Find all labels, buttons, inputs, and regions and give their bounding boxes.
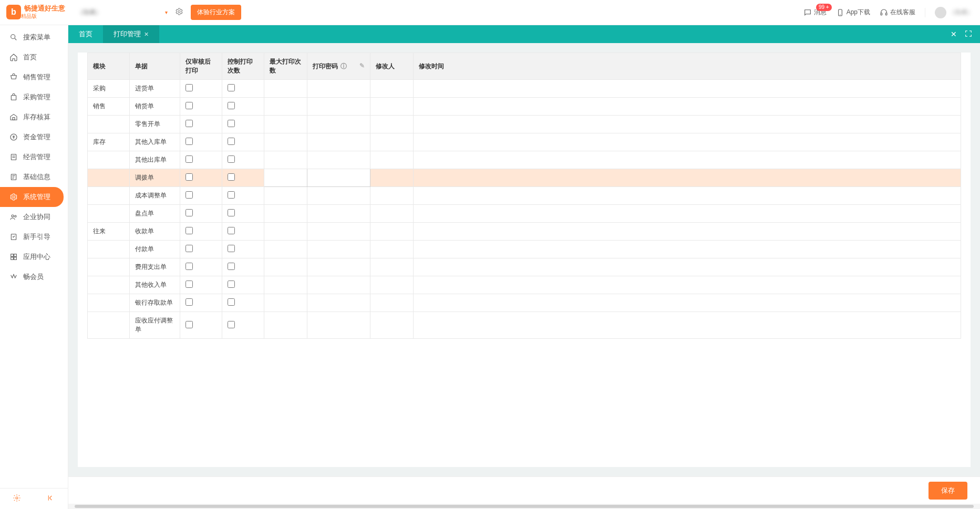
- table-row[interactable]: 付款单: [88, 241, 961, 258]
- sidebar-item-info[interactable]: 基础信息: [0, 167, 68, 187]
- cell-max[interactable]: [264, 151, 307, 169]
- limit-checkbox[interactable]: [228, 321, 235, 328]
- cell-password[interactable]: [307, 133, 370, 151]
- cell-max[interactable]: [264, 241, 307, 258]
- cell-password[interactable]: [307, 276, 370, 294]
- tab-print-management[interactable]: 打印管理 ✕: [103, 25, 159, 43]
- cell-password[interactable]: [307, 294, 370, 312]
- company-selector[interactable]: （隐藏）: [77, 8, 102, 17]
- cell-max[interactable]: [264, 205, 307, 223]
- audit-checkbox[interactable]: [185, 84, 193, 91]
- audit-checkbox[interactable]: [185, 263, 193, 270]
- experience-button[interactable]: 体验行业方案: [191, 5, 241, 20]
- limit-checkbox[interactable]: [228, 209, 235, 216]
- cell-max[interactable]: [264, 98, 307, 116]
- audit-checkbox[interactable]: [185, 298, 193, 306]
- limit-checkbox[interactable]: [228, 120, 235, 127]
- table-row[interactable]: 库存其他入库单: [88, 133, 961, 151]
- limit-checkbox[interactable]: [228, 281, 235, 288]
- fullscreen-icon[interactable]: [964, 29, 973, 39]
- sidebar-item-apps[interactable]: 应用中心: [0, 247, 68, 267]
- cell-max[interactable]: [264, 312, 307, 339]
- help-icon[interactable]: ⓘ: [341, 63, 347, 70]
- cell-password[interactable]: [307, 80, 370, 98]
- horizontal-scrollbar[interactable]: [68, 504, 980, 509]
- audit-checkbox[interactable]: [185, 102, 193, 109]
- edit-icon[interactable]: ✎: [359, 62, 365, 69]
- table-row[interactable]: 其他收入单: [88, 276, 961, 294]
- cell-password[interactable]: [307, 151, 370, 169]
- user-menu[interactable]: （隐藏）: [935, 7, 974, 18]
- messages-button[interactable]: 消息 99 +: [803, 8, 827, 17]
- sidebar-item-warehouse[interactable]: 库存核算: [0, 107, 68, 127]
- table-row[interactable]: 采购进货单: [88, 80, 961, 98]
- chevron-down-icon[interactable]: ▾: [165, 9, 168, 15]
- cell-password[interactable]: [307, 98, 370, 116]
- cell-max[interactable]: [264, 169, 307, 187]
- limit-checkbox[interactable]: [228, 102, 235, 109]
- table-row[interactable]: 盘点单: [88, 205, 961, 223]
- cell-password[interactable]: [307, 187, 370, 205]
- table-row[interactable]: 应收应付调整单: [88, 312, 961, 339]
- brand-logo[interactable]: b 畅捷通好生意 精品版: [6, 5, 68, 19]
- audit-checkbox[interactable]: [185, 155, 193, 163]
- cell-password[interactable]: [307, 116, 370, 133]
- audit-checkbox[interactable]: [185, 173, 193, 181]
- limit-checkbox[interactable]: [228, 298, 235, 306]
- collapse-sidebar-icon[interactable]: [47, 494, 55, 504]
- cell-password[interactable]: [307, 312, 370, 339]
- audit-checkbox[interactable]: [185, 245, 193, 252]
- audit-checkbox[interactable]: [185, 281, 193, 288]
- cell-password[interactable]: [307, 258, 370, 276]
- audit-checkbox[interactable]: [185, 138, 193, 145]
- table-row[interactable]: 费用支出单: [88, 258, 961, 276]
- cell-password[interactable]: [307, 223, 370, 241]
- settings-bottom-icon[interactable]: [13, 494, 21, 504]
- limit-checkbox[interactable]: [228, 155, 235, 163]
- limit-checkbox[interactable]: [228, 138, 235, 145]
- limit-checkbox[interactable]: [228, 263, 235, 270]
- save-button[interactable]: 保存: [929, 482, 967, 500]
- limit-checkbox[interactable]: [228, 191, 235, 199]
- sidebar-item-home[interactable]: 首页: [0, 47, 68, 67]
- cell-password[interactable]: [307, 205, 370, 223]
- online-service-button[interactable]: 在线客服: [880, 8, 915, 17]
- table-row[interactable]: 零售开单: [88, 116, 961, 133]
- tab-close-all-icon[interactable]: ✕: [951, 30, 957, 38]
- audit-checkbox[interactable]: [185, 321, 193, 328]
- cell-max[interactable]: [264, 294, 307, 312]
- limit-checkbox[interactable]: [228, 84, 235, 91]
- close-icon[interactable]: ✕: [144, 31, 149, 38]
- cell-max[interactable]: [264, 116, 307, 133]
- audit-checkbox[interactable]: [185, 209, 193, 216]
- sidebar-item-guide[interactable]: 新手引导: [0, 227, 68, 247]
- sidebar-item-bag[interactable]: 采购管理: [0, 87, 68, 107]
- sidebar-item-money[interactable]: 资金管理: [0, 127, 68, 147]
- sidebar-item-cart[interactable]: 销售管理: [0, 67, 68, 87]
- audit-checkbox[interactable]: [185, 191, 193, 199]
- cell-max[interactable]: [264, 187, 307, 205]
- table-row[interactable]: 成本调整单: [88, 187, 961, 205]
- cell-max[interactable]: [264, 223, 307, 241]
- cell-password[interactable]: [307, 169, 370, 187]
- cell-max[interactable]: [264, 80, 307, 98]
- limit-checkbox[interactable]: [228, 245, 235, 252]
- audit-checkbox[interactable]: [185, 120, 193, 127]
- table-row[interactable]: 银行存取款单: [88, 294, 961, 312]
- cell-max[interactable]: [264, 258, 307, 276]
- table-row[interactable]: 调拨单: [88, 169, 961, 187]
- sidebar-item-gear[interactable]: 系统管理: [0, 187, 64, 207]
- sidebar-item-report[interactable]: 经营管理: [0, 147, 68, 167]
- cell-password[interactable]: [307, 241, 370, 258]
- cell-max[interactable]: [264, 276, 307, 294]
- app-download-button[interactable]: App下载: [836, 8, 870, 17]
- table-row[interactable]: 销售销货单: [88, 98, 961, 116]
- tab-home[interactable]: 首页: [68, 25, 103, 43]
- audit-checkbox[interactable]: [185, 227, 193, 234]
- limit-checkbox[interactable]: [228, 173, 235, 181]
- sidebar-item-search[interactable]: 搜索菜单: [0, 27, 68, 47]
- sidebar-item-team[interactable]: 企业协同: [0, 207, 68, 227]
- table-row[interactable]: 往来收款单: [88, 223, 961, 241]
- limit-checkbox[interactable]: [228, 227, 235, 234]
- cell-max[interactable]: [264, 133, 307, 151]
